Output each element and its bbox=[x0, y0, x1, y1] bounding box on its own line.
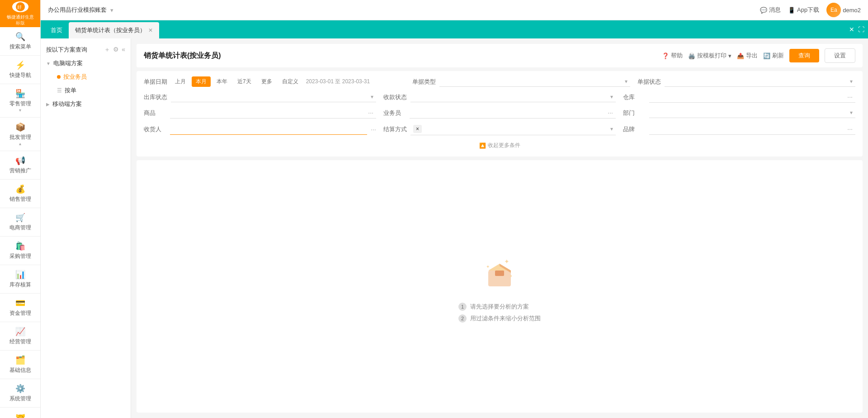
sidebar-item-search[interactable]: 🔍 搜索菜单 bbox=[0, 27, 40, 56]
sidebar-item-system-label: 系统管理 bbox=[9, 395, 31, 403]
tip-2-num: 2 bbox=[458, 314, 467, 323]
sidebar-item-inventory-label: 库存核算 bbox=[9, 281, 31, 289]
ecommerce-icon: 🛒 bbox=[15, 213, 25, 223]
filter-salesperson-field: 业务员 ··· bbox=[383, 107, 616, 119]
filter-warehouse-field: 仓库 ··· bbox=[623, 91, 855, 103]
logo-text: 畅捷通好生意 bbox=[7, 14, 34, 20]
doc-type-label: 单据类型 bbox=[412, 78, 436, 86]
date-range-text: 2023-03-01 至 2023-03-31 bbox=[306, 78, 370, 86]
app-download-btn[interactable]: 📱 App下载 bbox=[788, 6, 819, 14]
filter-row-4: 收货人 ··· 结算方式 × ▾ 品牌 bbox=[144, 123, 855, 135]
sidebar-item-marketing-label: 营销推广 bbox=[9, 167, 31, 175]
tree-item-by-order[interactable]: ☰ 按单 bbox=[50, 84, 131, 97]
department-select[interactable]: ▾ bbox=[649, 108, 855, 118]
doc-status-chevron: ▾ bbox=[850, 78, 853, 85]
storage-status-select[interactable]: ▾ bbox=[171, 92, 376, 102]
sidebar-item-operation[interactable]: 📈 经营管理 bbox=[0, 322, 40, 351]
tip-1-num: 1 bbox=[458, 303, 467, 311]
finance-icon: 💳 bbox=[15, 298, 25, 308]
goods-select[interactable]: ··· bbox=[170, 107, 376, 119]
doc-status-label: 单据状态 bbox=[637, 78, 661, 86]
tree-item-desktop[interactable]: ▼ 电脑端方案 bbox=[41, 57, 131, 70]
doc-status-select[interactable]: ▾ bbox=[665, 76, 855, 87]
collapse-scheme-icon[interactable]: « bbox=[122, 46, 125, 54]
add-scheme-icon[interactable]: ＋ bbox=[104, 46, 110, 54]
sidebar-item-basic[interactable]: 🗂️ 基础信息 bbox=[0, 351, 40, 379]
export-btn[interactable]: 📤 导出 bbox=[737, 52, 758, 60]
left-panel-header: 按以下方案查询 ＋ ⚙ « bbox=[41, 43, 131, 57]
department-label: 部门 bbox=[623, 109, 646, 117]
sidebar-item-retail[interactable]: 🏪 零售管理 ▾ bbox=[0, 84, 40, 118]
sidebar-item-enterprise[interactable]: 🤝 企业协同 bbox=[0, 408, 40, 418]
collapse-up-icon: 🔼 bbox=[479, 142, 486, 149]
filter-department-field: 部门 ▾ bbox=[623, 108, 855, 118]
sidebar-item-inventory[interactable]: 📊 库存核算 bbox=[0, 265, 40, 294]
template-print-btn[interactable]: 🖨️ 按模板打印 ▾ bbox=[688, 52, 731, 60]
tab-home-label: 首页 bbox=[51, 26, 62, 34]
sidebar-item-marketing[interactable]: 📢 营销推广 bbox=[0, 151, 40, 180]
receiver-dots: ··· bbox=[371, 126, 376, 133]
warehouse-select[interactable]: ··· bbox=[649, 91, 855, 103]
window-maximize-icon[interactable]: ⛶ bbox=[858, 26, 864, 33]
settlement-tag-text: × bbox=[416, 126, 419, 132]
date-btn-custom[interactable]: 自定义 bbox=[278, 76, 302, 87]
date-btn-this-month[interactable]: 本月 bbox=[192, 76, 211, 87]
svg-text:✦: ✦ bbox=[504, 258, 509, 265]
date-btn-7days[interactable]: 近7天 bbox=[233, 76, 255, 87]
doc-type-select[interactable]: ▾ bbox=[439, 76, 630, 87]
brand-select[interactable]: ··· bbox=[649, 124, 855, 135]
settlement-select[interactable]: × ▾ bbox=[410, 123, 616, 135]
sidebar-item-quick-nav[interactable]: ⚡ 快捷导航 bbox=[0, 56, 40, 84]
receiver-label: 收货人 bbox=[144, 125, 166, 133]
brand-label: 品牌 bbox=[623, 125, 646, 133]
left-panel-icons: ＋ ⚙ « bbox=[104, 46, 125, 54]
window-close-icon[interactable]: ✕ bbox=[849, 26, 854, 33]
enterprise-icon: 🤝 bbox=[15, 412, 25, 418]
sidebar-item-basic-label: 基础信息 bbox=[9, 366, 31, 374]
message-btn[interactable]: 💬 消息 bbox=[760, 6, 781, 14]
sidebar-item-system[interactable]: ⚙️ 系统管理 bbox=[0, 379, 40, 408]
refresh-btn[interactable]: 🔄 刷新 bbox=[763, 52, 784, 60]
tab-home[interactable]: 首页 bbox=[44, 22, 69, 38]
page-content: 按以下方案查询 ＋ ⚙ « ▼ 电脑端方案 按业务员 ☰ 按单 bbox=[41, 38, 868, 418]
sidebar-item-wholesale[interactable]: 📦 批发管理 ▴ bbox=[0, 118, 40, 151]
empty-illustration: ✦ ✦ ✦ bbox=[477, 250, 522, 295]
right-main: 销货单统计表(按业务员) ❓ 帮助 🖨️ 按模板打印 ▾ 📤 导出 bbox=[131, 38, 868, 418]
message-label: 消息 bbox=[769, 6, 781, 14]
tree-item-by-salesperson[interactable]: 按业务员 bbox=[50, 70, 131, 84]
avatar-initials: Ea bbox=[830, 7, 837, 13]
settlement-tag: × bbox=[413, 125, 422, 133]
receiver-input[interactable] bbox=[170, 124, 367, 135]
sidebar-item-sales[interactable]: 💰 销售管理 bbox=[0, 180, 40, 208]
tab-bar: 首页 销货单统计表（按业务员） ✕ ✕ ⛶ bbox=[41, 20, 868, 38]
help-btn[interactable]: ❓ 帮助 bbox=[662, 52, 683, 60]
collapse-btn[interactable]: 🔼 收起更多条件 bbox=[479, 142, 520, 149]
tab-sales-stat[interactable]: 销货单统计表（按业务员） ✕ bbox=[69, 22, 159, 38]
sales-icon: 💰 bbox=[15, 184, 25, 194]
template-print-label: 按模板打印 bbox=[697, 52, 726, 60]
payment-status-select[interactable]: ▾ bbox=[410, 92, 616, 102]
department-chevron: ▾ bbox=[850, 109, 853, 116]
sidebar-item-finance[interactable]: 💳 资金管理 bbox=[0, 294, 40, 322]
sidebar-item-purchase[interactable]: 🛍️ 采购管理 bbox=[0, 237, 40, 265]
salesperson-label: 业务员 bbox=[383, 109, 406, 117]
industry-dropdown-icon[interactable]: ▾ bbox=[110, 7, 113, 14]
user-avatar-btn[interactable]: Ea demo2 bbox=[826, 3, 861, 17]
arrow-down-icon: ▼ bbox=[46, 61, 51, 66]
collapse-label: 收起更多条件 bbox=[488, 142, 520, 149]
message-icon: 💬 bbox=[760, 7, 767, 14]
tab-close-icon[interactable]: ✕ bbox=[148, 27, 153, 33]
date-btn-this-year[interactable]: 本年 bbox=[212, 76, 231, 87]
tree-item-mobile[interactable]: ▶ 移动端方案 bbox=[41, 97, 131, 111]
date-btn-more[interactable]: 更多 bbox=[257, 76, 276, 87]
settings-scheme-icon[interactable]: ⚙ bbox=[113, 46, 119, 54]
sidebar-item-ecommerce[interactable]: 🛒 电商管理 bbox=[0, 208, 40, 237]
filter-date-field: 单据日期 上月 本月 本年 近7天 更多 自定义 2023-03-01 至 20… bbox=[144, 76, 405, 87]
page-title-bar: 销货单统计表(按业务员) ❓ 帮助 🖨️ 按模板打印 ▾ 📤 导出 bbox=[137, 44, 863, 67]
salesperson-select[interactable]: ··· bbox=[410, 107, 616, 119]
salesperson-dots: ··· bbox=[608, 109, 613, 116]
query-button[interactable]: 查询 bbox=[789, 49, 819, 62]
goods-label: 商品 bbox=[144, 109, 166, 117]
settings-button[interactable]: 设置 bbox=[825, 48, 855, 63]
date-btn-last-month[interactable]: 上月 bbox=[171, 76, 190, 87]
